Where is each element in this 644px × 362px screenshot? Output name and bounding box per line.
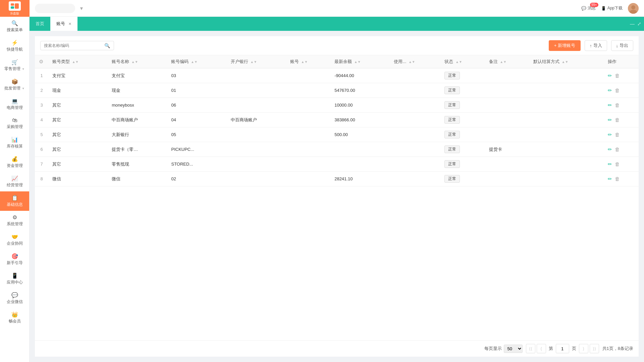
page-number-input[interactable]: [556, 344, 569, 353]
wholesale-icon: 📦: [1, 78, 28, 85]
page-size-select[interactable]: 50 100: [504, 345, 523, 353]
row-settlement: [529, 172, 604, 186]
delete-button[interactable]: 🗑: [615, 117, 620, 123]
search-input[interactable]: [44, 43, 104, 48]
sidebar-item-inventory[interactable]: 📊 库存核算: [0, 133, 29, 153]
tab-account[interactable]: 账号 ✕: [50, 17, 77, 31]
row-name: 现金: [108, 83, 167, 98]
row-type: 其它: [48, 98, 108, 113]
row-type: 其它: [48, 127, 108, 142]
page-first-button[interactable]: ⟨⟨: [526, 344, 535, 353]
row-action: ✏ 🗑: [604, 142, 639, 157]
message-icon: 💬: [581, 6, 586, 11]
row-code: STORED...: [167, 157, 226, 172]
page-label: 第: [549, 346, 553, 352]
tab-minimize-icon[interactable]: —: [630, 21, 635, 26]
row-balance: 547670.00: [330, 83, 390, 98]
search-box[interactable]: 🔍: [40, 41, 114, 50]
edit-button[interactable]: ✏: [608, 161, 612, 167]
sidebar-item-app-center[interactable]: 📱 应用中心: [0, 269, 29, 289]
row-settlement: [529, 98, 604, 113]
delete-button[interactable]: 🗑: [615, 132, 620, 137]
export-label: 导出: [620, 43, 628, 49]
tab-close-icon[interactable]: ✕: [68, 22, 71, 26]
row-settlement: [529, 157, 604, 172]
sidebar-item-finance[interactable]: 💰 资金管理: [0, 153, 29, 172]
delete-button[interactable]: 🗑: [615, 87, 620, 93]
col-name[interactable]: 账号名称 ▲▼: [108, 55, 167, 68]
row-balance: [330, 157, 390, 172]
sidebar-item-purchase[interactable]: 🛍 采购管理: [0, 114, 29, 133]
row-settlement: [529, 142, 604, 157]
row-action: ✏ 🗑: [604, 83, 639, 98]
page-last-button[interactable]: ⟩⟩: [590, 344, 599, 353]
app-download-button[interactable]: 📱 App下载: [601, 5, 623, 11]
sidebar-item-retail[interactable]: 🛒 零售管理 ▼: [0, 56, 29, 75]
add-account-button[interactable]: + 新增账号: [549, 40, 581, 51]
row-code: 02: [167, 172, 226, 186]
row-usage: [390, 113, 440, 127]
edit-button[interactable]: ✏: [608, 132, 612, 138]
col-bank[interactable]: 开户银行 ▲▼: [227, 55, 286, 68]
sidebar-item-member[interactable]: 👑 畅会员: [0, 308, 29, 327]
col-remark[interactable]: 备注 ▲▼: [485, 55, 529, 68]
delete-button[interactable]: 🗑: [615, 73, 620, 78]
row-type: 微信: [48, 172, 108, 186]
message-button[interactable]: 💬 消息 99+: [581, 5, 596, 11]
edit-button[interactable]: ✏: [608, 87, 612, 94]
column-settings-icon[interactable]: ⚙: [39, 59, 43, 64]
col-usage[interactable]: 使用... ▲▼: [390, 55, 440, 68]
edit-button[interactable]: ✏: [608, 102, 612, 108]
sidebar-item-operations[interactable]: 📈 经营管理: [0, 172, 29, 191]
status-badge: 正常: [444, 145, 460, 153]
enterprise-icon: 🤝: [1, 234, 28, 240]
col-account[interactable]: 账号 ▲▼: [286, 55, 330, 68]
row-type: 其它: [48, 142, 108, 157]
import-icon: ↑: [590, 43, 592, 48]
edit-button[interactable]: ✏: [608, 73, 612, 79]
sidebar-item-system[interactable]: ⚙ 系统管理: [0, 211, 29, 230]
sidebar-item-search[interactable]: 🔍 搜索菜单: [0, 17, 29, 36]
row-name: 零售抵现: [108, 157, 167, 172]
user-avatar[interactable]: [628, 3, 639, 14]
col-status[interactable]: 状态 ▲▼: [440, 55, 485, 68]
message-badge: 99+: [590, 3, 598, 7]
row-balance: 28241.10: [330, 172, 390, 186]
row-remark: [485, 113, 529, 127]
edit-button[interactable]: ✏: [608, 146, 612, 153]
sidebar-item-basic-info[interactable]: 📋 基础信息: [0, 191, 29, 211]
sidebar-item-enterprise[interactable]: 🤝 企业协同: [0, 230, 29, 250]
basic-info-icon: 📋: [1, 195, 28, 201]
row-type: 支付宝: [48, 68, 108, 83]
row-remark: [485, 98, 529, 113]
col-balance[interactable]: 最新余额 ▲▼: [330, 55, 390, 68]
row-action: ✏ 🗑: [604, 98, 639, 113]
export-button[interactable]: ↓ 导出: [611, 40, 634, 51]
delete-button[interactable]: 🗑: [615, 161, 620, 167]
col-settlement[interactable]: 默认结算方式 ▲▼: [529, 55, 604, 68]
sidebar-item-ecommerce[interactable]: 💻 电商管理: [0, 95, 29, 114]
edit-button[interactable]: ✏: [608, 117, 612, 123]
page-next-button[interactable]: ⟩: [579, 344, 588, 353]
status-badge: 正常: [444, 101, 460, 109]
import-button[interactable]: ↑ 导入: [585, 40, 607, 51]
sidebar-item-guide[interactable]: 🎯 新手引导: [0, 250, 29, 269]
sidebar-item-wholesale[interactable]: 📦 批发管理 ▼: [0, 75, 29, 95]
top-search[interactable]: [35, 4, 75, 13]
tab-fullscreen-icon[interactable]: ⤢: [637, 21, 641, 26]
sidebar-item-wechat[interactable]: 💬 企业微信: [0, 289, 29, 308]
row-action: ✏ 🗑: [604, 68, 639, 83]
edit-button[interactable]: ✏: [608, 176, 612, 182]
col-type[interactable]: 账号类型 ▲▼: [48, 55, 108, 68]
sidebar-item-quicknav[interactable]: ⚡ 快捷导航: [0, 36, 29, 56]
col-settings[interactable]: ⚙: [35, 55, 48, 68]
delete-button[interactable]: 🗑: [615, 176, 620, 182]
delete-button[interactable]: 🗑: [615, 146, 620, 152]
col-code[interactable]: 账号编码 ▲▼: [167, 55, 226, 68]
page-prev-button[interactable]: ⟨: [537, 344, 546, 353]
row-balance: [330, 142, 390, 157]
tab-home[interactable]: 首页: [30, 17, 50, 31]
top-chevron-icon[interactable]: ▼: [79, 6, 84, 11]
delete-button[interactable]: 🗑: [615, 102, 620, 108]
status-badge: 正常: [444, 86, 460, 94]
